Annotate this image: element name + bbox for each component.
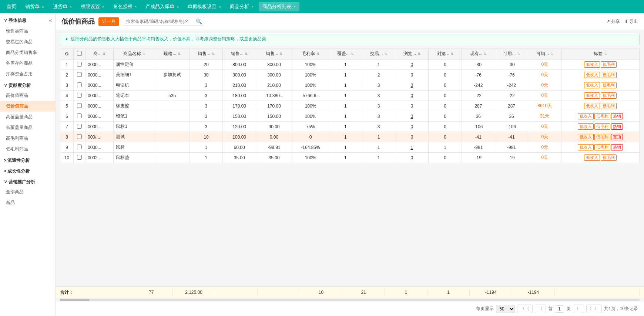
row-select-checkbox[interactable] <box>77 72 82 77</box>
scrollbar-thumb[interactable] <box>60 299 90 301</box>
last-page-btn[interactable]: 〉〉 <box>586 305 602 313</box>
close-icon[interactable]: × <box>42 5 44 9</box>
col-spec[interactable]: 规格... ⇅ <box>155 48 189 60</box>
row-select-checkbox[interactable] <box>77 93 82 98</box>
nav-sales[interactable]: 销货单 × <box>21 2 48 11</box>
sidebar-item-sales-goods[interactable]: 销售类商品 <box>0 26 55 37</box>
nav-analysis-list[interactable]: 商品分析列表 × <box>259 2 299 11</box>
row-checkbox[interactable] <box>74 91 85 101</box>
col-tags[interactable]: 标签 ⇅ <box>561 48 640 60</box>
browse-link[interactable]: 0 <box>410 155 413 160</box>
sidebar-item-high-profit[interactable]: 高毛利商品 <box>0 133 55 144</box>
nav-warehouse[interactable]: 产成品入库单 × <box>142 2 182 11</box>
sidebar-item-stock-goods[interactable]: 各库存的商品 <box>0 58 55 69</box>
search-input[interactable] <box>123 17 204 26</box>
row-browse1[interactable]: 0 <box>395 153 429 163</box>
row-checkbox[interactable] <box>74 70 85 80</box>
row-checkbox[interactable] <box>74 60 85 70</box>
sidebar-item-traded[interactable]: 交易过的商品 <box>0 37 55 47</box>
nav-home[interactable]: 首页 <box>3 2 20 11</box>
sidebar-item-high-coverage[interactable]: 高覆盖量商品 <box>0 112 55 122</box>
col-code[interactable]: 商... ⇅ <box>85 48 114 60</box>
close-icon[interactable]: × <box>294 5 296 9</box>
sidebar-group-flow[interactable]: > 流通性分析 <box>0 154 55 165</box>
close-icon[interactable]: × <box>102 5 104 9</box>
col-qty[interactable]: 销售... ⇅ <box>189 48 223 60</box>
next-page-btn[interactable]: 〉 <box>573 305 584 313</box>
sidebar-item-low-coverage[interactable]: 低覆盖量商品 <box>0 122 55 133</box>
col-checkbox[interactable] <box>74 48 85 60</box>
col-trade[interactable]: 交易... ⇅ <box>362 48 395 60</box>
share-button[interactable]: ↗ 分享 <box>606 18 620 25</box>
col-avail[interactable]: 可用... ⇅ <box>495 48 528 60</box>
browse-link[interactable]: 0 <box>410 124 413 129</box>
sidebar-item-all-goods[interactable]: 全部商品 <box>0 187 55 197</box>
sidebar-item-category-rate[interactable]: 商品分类销售率 <box>0 47 55 58</box>
per-page-select[interactable]: 50 100 200 <box>496 305 515 313</box>
col-sale2[interactable]: 销售... ⇅ <box>256 48 292 60</box>
close-icon[interactable]: × <box>177 5 179 9</box>
first-page-btn[interactable]: 〈〈 <box>517 305 533 313</box>
nav-roles[interactable]: 角色授权 × <box>110 2 141 11</box>
row-checkbox[interactable] <box>74 142 85 153</box>
row-checkbox[interactable] <box>74 80 85 91</box>
col-name[interactable]: 商品名称 ⇅ <box>114 48 155 60</box>
row-browse1[interactable]: 0 <box>395 70 429 80</box>
row-select-checkbox[interactable] <box>77 124 82 129</box>
row-browse1[interactable]: 0 <box>395 111 429 122</box>
close-icon[interactable]: × <box>219 5 221 9</box>
row-browse1[interactable]: 0 <box>395 80 429 91</box>
close-icon[interactable]: × <box>70 5 72 9</box>
nav-template[interactable]: 单据模板设置 × <box>184 2 225 11</box>
col-browse1[interactable]: 浏览... ⇅ <box>395 48 429 60</box>
nav-permissions[interactable]: 权限设置 × <box>77 2 108 11</box>
nav-analysis[interactable]: 商品分析 × <box>226 2 257 11</box>
sidebar-collapse-btn[interactable]: « <box>47 16 54 25</box>
browse-link[interactable]: 0 <box>410 114 413 119</box>
sidebar-item-low-profit[interactable]: 低毛利商品 <box>0 144 55 154</box>
row-checkbox[interactable] <box>74 111 85 122</box>
row-browse1[interactable]: 0 <box>395 122 429 132</box>
nav-purchase[interactable]: 进货单 × <box>49 2 76 11</box>
select-all-checkbox[interactable] <box>77 51 82 56</box>
col-settings[interactable]: ⚙ <box>60 48 74 60</box>
browse-link[interactable]: 0 <box>410 72 413 78</box>
row-select-checkbox[interactable] <box>77 155 82 160</box>
prev-page-btn[interactable]: 〈 <box>535 305 546 313</box>
close-icon[interactable]: × <box>135 5 137 9</box>
row-browse1[interactable]: 1 <box>395 142 429 153</box>
browse-link[interactable]: 0 <box>410 135 413 140</box>
browse-link[interactable]: 0 <box>410 93 413 98</box>
col-coverage[interactable]: 覆盖... ⇅ <box>329 48 362 60</box>
col-browse2[interactable]: 浏览... ⇅ <box>429 48 462 60</box>
col-gross[interactable]: 毛利率 ⇅ <box>292 48 329 60</box>
sidebar-item-low-value[interactable]: 低价值商品 <box>0 101 55 112</box>
row-select-checkbox[interactable] <box>77 62 82 67</box>
close-icon[interactable]: × <box>251 5 254 9</box>
row-select-checkbox[interactable] <box>77 113 82 118</box>
browse-link[interactable]: 0 <box>410 103 413 109</box>
col-sellable[interactable]: 可销... ⇅ <box>528 48 561 60</box>
row-select-checkbox[interactable] <box>77 103 82 108</box>
sidebar-item-high-value[interactable]: 高价值商品 <box>0 90 55 101</box>
search-icon[interactable]: 🔍 <box>196 18 202 24</box>
scrollbar-track[interactable] <box>60 299 640 301</box>
sidebar-group-growth[interactable]: > 成长性分析 <box>0 165 55 176</box>
browse-link[interactable]: 0 <box>410 83 413 88</box>
export-button[interactable]: ⬇ 导出 <box>624 18 638 25</box>
row-checkbox[interactable] <box>74 101 85 111</box>
row-checkbox[interactable] <box>74 132 85 142</box>
sidebar-item-new-goods[interactable]: 新品 <box>0 197 55 208</box>
browse-link[interactable]: 0 <box>410 62 413 67</box>
col-stock[interactable]: 现有... ⇅ <box>462 48 495 60</box>
row-select-checkbox[interactable] <box>77 145 82 149</box>
row-browse1[interactable]: 0 <box>395 132 429 142</box>
sidebar-item-capital[interactable]: 库存资金占用 <box>0 69 55 79</box>
row-browse1[interactable]: 0 <box>395 101 429 111</box>
row-browse1[interactable]: 0 <box>395 60 429 70</box>
row-browse1[interactable]: 0 <box>395 91 429 101</box>
col-sale1[interactable]: 销售... ⇅ <box>223 48 256 60</box>
row-checkbox[interactable] <box>74 153 85 163</box>
row-checkbox[interactable] <box>74 122 85 132</box>
filter-button[interactable]: 近一月 <box>98 17 119 26</box>
